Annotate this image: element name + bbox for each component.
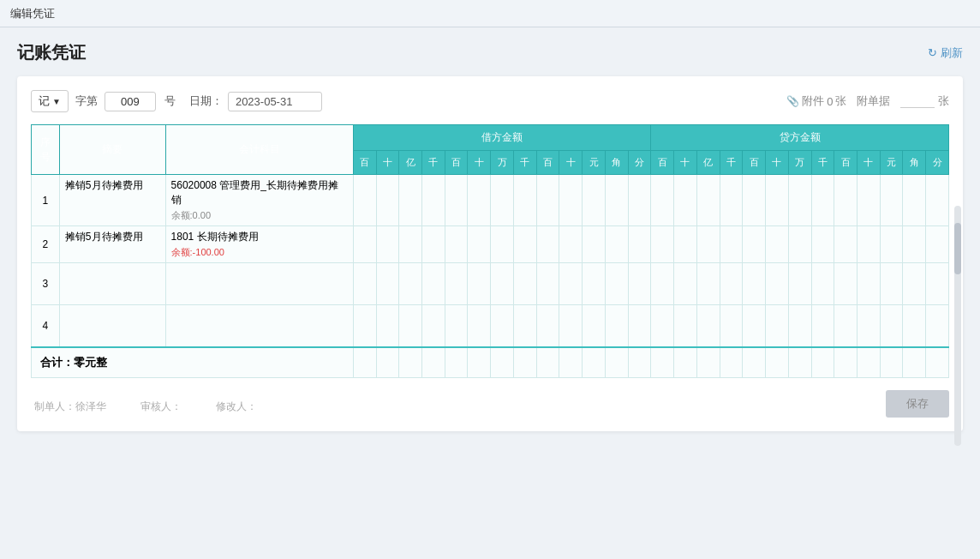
cell-credit-7[interactable] [811, 263, 834, 305]
cell-credit-10[interactable] [880, 305, 903, 348]
cell-summary[interactable] [59, 263, 165, 305]
refresh-button[interactable]: ↻ 刷新 [928, 45, 963, 61]
date-input[interactable] [228, 92, 322, 111]
scrollbar-thumb[interactable] [954, 223, 961, 274]
cell-debit-5[interactable] [468, 263, 491, 305]
cell-summary[interactable] [59, 305, 165, 348]
cell-credit-9[interactable] [857, 305, 880, 348]
cell-debit-12[interactable] [628, 263, 651, 305]
cell-credit-12[interactable] [926, 226, 949, 263]
cell-debit-1[interactable] [376, 263, 399, 305]
cell-debit-5[interactable] [468, 175, 491, 226]
cell-credit-3[interactable] [720, 175, 743, 226]
cell-summary[interactable]: 摊销5月待摊费用 [59, 175, 165, 226]
cell-debit-11[interactable] [605, 226, 628, 263]
cell-credit-8[interactable] [834, 175, 858, 226]
cell-debit-12[interactable] [628, 226, 651, 263]
cell-debit-10[interactable] [583, 305, 606, 348]
cell-credit-0[interactable] [651, 305, 674, 348]
cell-credit-0[interactable] [651, 175, 674, 226]
cell-credit-7[interactable] [811, 175, 834, 226]
cell-credit-11[interactable] [903, 226, 926, 263]
cell-credit-7[interactable] [811, 226, 834, 263]
cell-credit-5[interactable] [766, 263, 789, 305]
cell-credit-3[interactable] [720, 226, 743, 263]
cell-credit-10[interactable] [880, 263, 903, 305]
cell-debit-3[interactable] [422, 175, 445, 226]
cell-credit-4[interactable] [743, 305, 766, 348]
cell-debit-4[interactable] [445, 305, 468, 348]
scrollbar[interactable] [954, 206, 961, 446]
cell-credit-5[interactable] [766, 226, 789, 263]
cell-credit-9[interactable] [857, 226, 880, 263]
cell-credit-6[interactable] [788, 226, 811, 263]
cell-debit-9[interactable] [559, 226, 583, 263]
cell-debit-7[interactable] [513, 175, 536, 226]
cell-debit-10[interactable] [583, 175, 606, 226]
cell-debit-9[interactable] [559, 175, 583, 226]
cell-credit-3[interactable] [720, 305, 743, 348]
cell-credit-5[interactable] [766, 175, 789, 226]
cell-credit-9[interactable] [857, 263, 880, 305]
cell-credit-6[interactable] [788, 175, 811, 226]
cell-credit-4[interactable] [743, 175, 766, 226]
cell-account[interactable] [165, 263, 353, 305]
cell-debit-4[interactable] [445, 263, 468, 305]
cell-account[interactable]: 56020008 管理费用_长期待摊费用摊销余额:0.00 [165, 175, 353, 226]
cell-credit-11[interactable] [903, 263, 926, 305]
cell-debit-11[interactable] [605, 305, 628, 348]
cell-credit-1[interactable] [674, 305, 697, 348]
cell-credit-10[interactable] [880, 226, 903, 263]
cell-debit-10[interactable] [583, 263, 606, 305]
cell-debit-6[interactable] [491, 175, 514, 226]
cell-credit-12[interactable] [926, 175, 949, 226]
cell-account[interactable] [165, 305, 353, 348]
type-dropdown[interactable]: 记 ▼ [31, 90, 69, 112]
cell-credit-8[interactable] [834, 263, 858, 305]
cell-debit-6[interactable] [491, 226, 514, 263]
cell-debit-11[interactable] [605, 175, 628, 226]
cell-credit-0[interactable] [651, 226, 674, 263]
cell-credit-5[interactable] [766, 305, 789, 348]
attachment-link[interactable]: 📎 附件 0 张 [786, 93, 846, 109]
cell-debit-8[interactable] [536, 226, 559, 263]
cell-debit-3[interactable] [422, 226, 445, 263]
cell-credit-1[interactable] [674, 226, 697, 263]
cell-debit-0[interactable] [353, 175, 376, 226]
cell-credit-2[interactable] [696, 263, 720, 305]
cell-credit-4[interactable] [743, 263, 766, 305]
cell-debit-8[interactable] [536, 175, 559, 226]
cell-debit-5[interactable] [468, 226, 491, 263]
cell-account[interactable]: 1801 长期待摊费用余额:-100.00 [165, 226, 353, 263]
cell-debit-2[interactable] [399, 263, 422, 305]
cell-debit-0[interactable] [353, 305, 376, 348]
cell-debit-3[interactable] [422, 263, 445, 305]
save-button[interactable]: 保存 [886, 390, 949, 418]
cell-credit-4[interactable] [743, 226, 766, 263]
cell-credit-8[interactable] [834, 226, 858, 263]
cell-debit-8[interactable] [536, 305, 559, 348]
cell-debit-6[interactable] [491, 263, 514, 305]
cell-credit-12[interactable] [926, 263, 949, 305]
cell-debit-1[interactable] [376, 175, 399, 226]
cell-credit-10[interactable] [880, 175, 903, 226]
cell-credit-2[interactable] [696, 175, 720, 226]
cell-credit-11[interactable] [903, 175, 926, 226]
cell-credit-2[interactable] [696, 226, 720, 263]
cell-credit-2[interactable] [696, 305, 720, 348]
cell-debit-7[interactable] [513, 226, 536, 263]
cell-debit-2[interactable] [399, 175, 422, 226]
cell-debit-12[interactable] [628, 175, 651, 226]
cell-debit-0[interactable] [353, 263, 376, 305]
cell-debit-4[interactable] [445, 226, 468, 263]
cell-debit-1[interactable] [376, 305, 399, 348]
zhang-input[interactable] [900, 94, 935, 108]
cell-credit-3[interactable] [720, 263, 743, 305]
cell-credit-1[interactable] [674, 175, 697, 226]
cell-summary[interactable]: 摊销5月待摊费用 [59, 226, 165, 263]
cell-debit-7[interactable] [513, 305, 536, 348]
cell-credit-7[interactable] [811, 305, 834, 348]
cell-debit-9[interactable] [559, 263, 583, 305]
cell-debit-5[interactable] [468, 305, 491, 348]
cell-credit-1[interactable] [674, 263, 697, 305]
